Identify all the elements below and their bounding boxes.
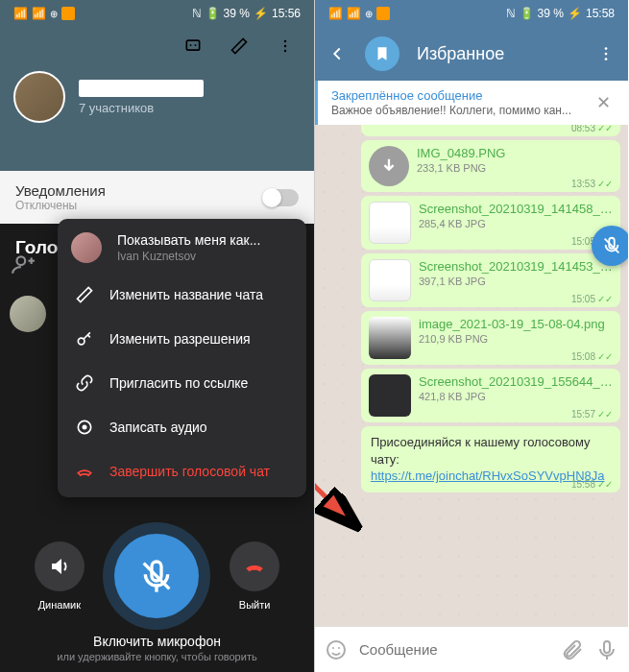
wifi-icon: 📶 bbox=[347, 7, 361, 20]
file-name: IMG_0489.PNG bbox=[417, 146, 613, 160]
chat-title[interactable]: Избранное bbox=[417, 44, 578, 64]
app-badge-icon bbox=[376, 7, 390, 20]
download-icon[interactable] bbox=[369, 146, 409, 186]
hangup-icon bbox=[242, 554, 267, 579]
user-avatar bbox=[71, 232, 102, 263]
menu-invite-label: Пригласить по ссылке bbox=[109, 375, 248, 391]
message-bubble[interactable]: Screenshot_20210319_155644_org.telegram.… bbox=[361, 369, 620, 422]
file-name: image_2021-03-19_15-08-04.png bbox=[419, 317, 613, 331]
message-bubble[interactable]: Присоединяйся к нашему голосовому чату: … bbox=[361, 426, 620, 492]
message-bubble[interactable]: 08:53✓✓ bbox=[361, 125, 620, 136]
more-icon[interactable] bbox=[595, 43, 617, 64]
join-link[interactable]: https://t.me/joinchat/RHvxSoSYVvpHN8Ja bbox=[371, 468, 605, 483]
mic-icon[interactable] bbox=[595, 638, 618, 661]
msg-time: 08:53 bbox=[571, 125, 595, 133]
group-name-redacted bbox=[79, 80, 204, 97]
svg-point-11 bbox=[83, 425, 87, 430]
leave-label: Выйти bbox=[239, 599, 271, 611]
emoji-icon[interactable] bbox=[325, 638, 348, 661]
clock: 15:58 bbox=[586, 7, 615, 20]
pinned-preview: Важное объявление!! Коллеги, помимо кан.… bbox=[331, 104, 571, 117]
signal-icon: 📶 bbox=[328, 7, 343, 20]
participants-sidebar bbox=[10, 252, 46, 332]
chat-screen: 📶 📶 ⊕ ℕ 🔋 39 % ⚡ 15:58 Избранное Закрепл… bbox=[314, 0, 628, 672]
menu-show-as[interactable]: Показывать меня как... Ivan Kuznetsov bbox=[58, 223, 306, 273]
group-avatar[interactable] bbox=[13, 71, 65, 123]
file-thumbnail[interactable] bbox=[369, 317, 411, 359]
notifications-label: Уведомления bbox=[15, 182, 106, 199]
msg-time: 15:08 bbox=[571, 351, 595, 362]
battery-percent: 39 % bbox=[538, 7, 564, 20]
app-badge-icon bbox=[61, 7, 75, 20]
message-bubble[interactable]: Screenshot_20210319_141453_com.andro... … bbox=[361, 253, 620, 307]
message-bubble[interactable]: Screenshot_20210319_141458_com.andro... … bbox=[361, 196, 620, 250]
hint-main: Включить микрофон bbox=[0, 634, 314, 649]
speaker-icon bbox=[48, 555, 71, 578]
menu-invite[interactable]: Пригласить по ссылке bbox=[58, 361, 306, 405]
message-bubble[interactable]: image_2021-03-19_15-08-04.png 210,9 KB P… bbox=[361, 311, 620, 365]
file-meta: 285,4 KB JPG bbox=[419, 218, 613, 229]
participants-count: 7 участников bbox=[79, 101, 301, 115]
file-meta: 210,9 KB PNG bbox=[419, 333, 613, 345]
menu-record-label: Записать аудио bbox=[109, 420, 207, 435]
hint-sub: или удерживайте кнопку, чтобы говорить bbox=[0, 651, 314, 662]
message-input-bar bbox=[315, 626, 628, 672]
message-bubble[interactable]: IMG_0489.PNG 233,1 KB PNG 13:53✓✓ bbox=[361, 140, 620, 192]
attach-icon[interactable] bbox=[561, 638, 584, 661]
saved-messages-icon[interactable] bbox=[365, 36, 399, 71]
participant-avatar[interactable] bbox=[10, 296, 46, 332]
menu-show-as-user: Ivan Kuznetsov bbox=[117, 250, 293, 263]
speaker-button[interactable]: Динамик bbox=[35, 541, 85, 611]
svg-point-20 bbox=[327, 641, 345, 659]
more-icon[interactable] bbox=[276, 36, 295, 56]
file-meta: 421,8 KB JPG bbox=[419, 391, 613, 402]
close-icon[interactable]: ✕ bbox=[593, 92, 615, 113]
hangup-icon bbox=[75, 462, 94, 481]
svg-point-22 bbox=[338, 647, 340, 649]
menu-rename[interactable]: Изменить название чата bbox=[58, 273, 306, 317]
svg-point-3 bbox=[284, 40, 287, 43]
svg-point-4 bbox=[284, 45, 287, 48]
menu-end-label: Завершить голосовой чат bbox=[109, 464, 270, 479]
mic-muted-icon bbox=[137, 557, 176, 595]
edit-icon[interactable] bbox=[230, 36, 249, 56]
leave-button[interactable]: Выйти bbox=[230, 541, 279, 611]
pinned-message[interactable]: Закреплённое сообщение Важное объявление… bbox=[315, 81, 628, 125]
file-meta: 397,1 KB JPG bbox=[419, 276, 613, 287]
nfc-icon: ℕ bbox=[192, 7, 202, 20]
notifications-row[interactable]: Уведомления Отключены bbox=[0, 171, 314, 224]
add-participant-button[interactable] bbox=[10, 252, 36, 278]
file-name: Screenshot_20210319_141458_com.andro... bbox=[419, 202, 613, 216]
mic-button[interactable] bbox=[114, 534, 199, 618]
clock: 15:56 bbox=[272, 7, 301, 20]
notifications-toggle[interactable] bbox=[264, 189, 299, 206]
link-icon bbox=[75, 373, 94, 393]
file-thumbnail[interactable] bbox=[369, 202, 411, 244]
messages-list[interactable]: 08:53✓✓ IMG_0489.PNG 233,1 KB PNG 13:53✓… bbox=[315, 125, 628, 624]
carrier-icon: ⊕ bbox=[365, 9, 373, 19]
speaker-label: Динамик bbox=[38, 599, 81, 611]
svg-point-16 bbox=[605, 53, 608, 56]
menu-end-chat[interactable]: Завершить голосовой чат bbox=[58, 449, 306, 493]
chat-icon[interactable] bbox=[183, 36, 203, 56]
menu-permissions-label: Изменить разрешения bbox=[109, 331, 251, 347]
menu-record[interactable]: Записать аудио bbox=[58, 405, 306, 449]
file-thumbnail[interactable] bbox=[369, 259, 411, 301]
message-input[interactable] bbox=[359, 641, 549, 658]
context-menu: Показывать меня как... Ivan Kuznetsov Из… bbox=[58, 219, 306, 497]
floating-mic-button[interactable] bbox=[592, 226, 628, 266]
mic-hint: Включить микрофон или удерживайте кнопку… bbox=[0, 634, 314, 662]
svg-rect-23 bbox=[604, 641, 610, 653]
svg-point-9 bbox=[78, 338, 85, 345]
signal-icon: 📶 bbox=[13, 7, 28, 20]
pinned-title: Закреплённое сообщение bbox=[331, 88, 593, 103]
voice-chat-screen: 📶 📶 ⊕ ℕ 🔋 39 % ⚡ 15:56 7 участников bbox=[0, 0, 314, 672]
svg-rect-0 bbox=[186, 40, 199, 50]
file-thumbnail[interactable] bbox=[369, 374, 411, 417]
menu-show-as-label: Показывать меня как... bbox=[117, 232, 293, 248]
record-icon bbox=[75, 418, 94, 437]
back-icon[interactable] bbox=[327, 43, 348, 64]
menu-permissions[interactable]: Изменить разрешения bbox=[58, 317, 306, 361]
svg-point-21 bbox=[332, 647, 334, 649]
status-bar: 📶 📶 ⊕ ℕ 🔋 39 % ⚡ 15:58 bbox=[315, 0, 628, 27]
